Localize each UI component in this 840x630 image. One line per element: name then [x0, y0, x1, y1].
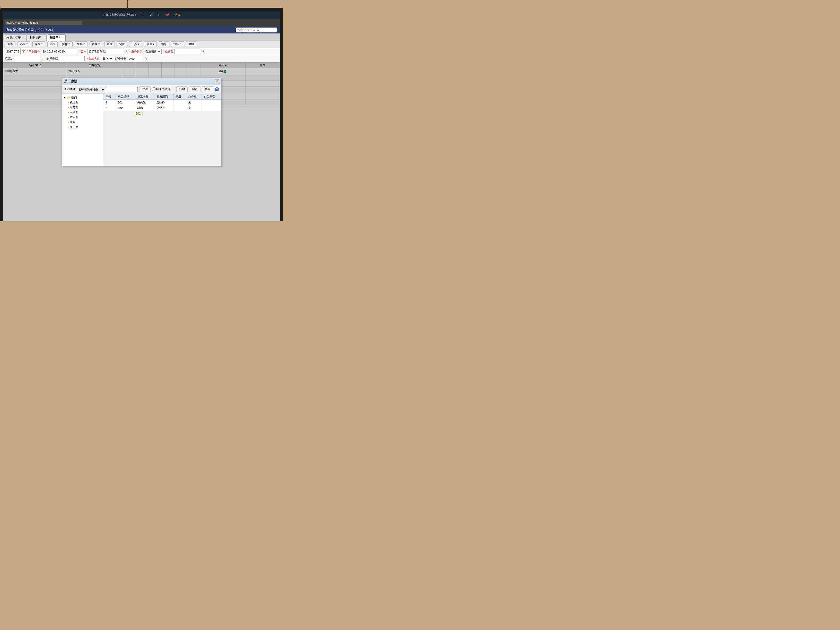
tree-item-general[interactable]: ● 总经办	[68, 100, 101, 105]
tree-root-dept[interactable]: ▼ 📁 部门	[63, 95, 101, 100]
address-bar[interactable]: us/view/portal/portal.html	[5, 21, 82, 25]
col-emp-code: 员工编码	[115, 94, 135, 99]
col-position: 职务	[174, 94, 186, 99]
tree-item-finance[interactable]: ● 财务部	[68, 105, 101, 110]
date-field: 📅	[5, 49, 25, 54]
search-icon[interactable]: 🔍	[256, 28, 260, 32]
cell-code-1: 101	[115, 99, 135, 105]
tab-voucher-close[interactable]: ×	[22, 36, 24, 39]
result-filter-label: 结果中过滤	[152, 87, 171, 91]
help-icon[interactable]: ?	[215, 87, 219, 92]
tree-item-label: 销售部	[70, 115, 78, 119]
screen: 正在控制杨丽远的计算机 ⊞ 🔊 □ 📌 结束 us/view/portal/po…	[3, 11, 280, 221]
bill-no-input[interactable]	[41, 49, 77, 54]
search-box[interactable]: 搜索-产品功能 🔍	[236, 28, 277, 32]
form-row-1: 📅 * 单据编号 * 客户 🔍 * 业务类型 普通销售	[3, 48, 280, 55]
edit-button[interactable]: 编辑	[189, 87, 201, 92]
payment-select[interactable]: 其它	[101, 56, 113, 61]
salesperson-input[interactable]	[174, 49, 200, 54]
btn-new[interactable]: 新增	[5, 41, 16, 47]
result-filter-checkbox[interactable]	[152, 87, 155, 91]
tree-item-label: 仓管	[70, 120, 76, 124]
modal-title-bar: 员工参照 ×	[62, 78, 221, 85]
payment-label: * 收款方式	[87, 57, 100, 61]
screen-icon[interactable]: □	[158, 13, 160, 17]
cell-sales-2: 是	[186, 105, 202, 111]
btn-exit[interactable]: 退出	[186, 41, 196, 47]
btn-locate[interactable]: 定位	[117, 41, 127, 47]
tab-voucher-label: 单据生凭证	[7, 36, 21, 39]
search-placeholder: 搜索-产品功能	[237, 28, 255, 32]
filter-input[interactable]	[107, 87, 138, 92]
cell-dept-1: 总经办	[154, 99, 174, 105]
columns-button[interactable]: 栏目	[202, 87, 213, 92]
app-container: 市闻富经营有限公司 (2017-07-26) 搜索-产品功能 🔍 单据生凭证 ×…	[3, 26, 280, 221]
new-button[interactable]: 新增	[176, 87, 188, 92]
btn-audit[interactable]: 审核	[47, 41, 58, 47]
btn-select[interactable]: 选单 ▼	[17, 41, 30, 47]
modal-toolbar: 查询类别 名称编码规格型号 过滤 结果中过滤 新增	[62, 85, 221, 94]
tree-item-label: 总经办	[70, 101, 78, 104]
btn-convert[interactable]: 转换 ▼	[90, 41, 103, 47]
pin-icon[interactable]: 📌	[166, 13, 169, 17]
btn-message[interactable]: 消息	[159, 41, 169, 47]
filter-button[interactable]: 过滤	[139, 87, 150, 92]
query-type-select[interactable]: 名称编码规格型号	[77, 87, 105, 92]
biz-type-label: * 业务类型	[129, 50, 142, 54]
calendar-icon[interactable]: 📅	[22, 50, 25, 53]
contact-phone-label: 联系电话	[47, 57, 58, 61]
col-dept: 所属部门	[154, 94, 174, 99]
customer-input[interactable]	[87, 49, 123, 54]
col-seq: 序号	[103, 94, 116, 99]
tree-root-label: 部门	[71, 96, 77, 99]
speaker-icon[interactable]: 🔊	[149, 13, 153, 17]
btn-generate[interactable]: 生单 ▼	[75, 41, 87, 47]
tree-item-warehouse[interactable]: ● 仓管	[68, 120, 101, 125]
btn-print[interactable]: 打印 ▼	[171, 41, 184, 47]
tab-sales-mgmt-close[interactable]: ×	[42, 36, 44, 39]
cell-dept-2: 总经办	[154, 105, 174, 111]
salesperson-field: * 业务员 🔍	[163, 49, 205, 54]
btn-query[interactable]: 联查 ▼	[144, 41, 157, 47]
cell-sales-1: 是	[186, 99, 202, 105]
tree-item-label: 加工部	[70, 125, 78, 129]
tree-item-label: 采购部	[70, 111, 78, 114]
tree-item-sales[interactable]: ● 销售部	[68, 115, 101, 120]
contact-input[interactable]	[15, 56, 40, 61]
contact-phone-input[interactable]	[59, 56, 85, 61]
app-header: 市闻富经营有限公司 (2017-07-26) 搜索-产品功能 🔍	[3, 26, 280, 33]
bullet-icon: ●	[68, 121, 69, 123]
salesperson-search-icon[interactable]: 🔍	[201, 50, 205, 53]
tab-sales-order[interactable]: 销货单 * ×	[47, 35, 66, 41]
cell-name-1: 吴燕颜	[135, 99, 154, 105]
end-button[interactable]: 结束	[174, 13, 181, 17]
company-name: 市闻富经营有限公司 (2017-07-26)	[6, 28, 53, 32]
customer-search-icon[interactable]: 🔍	[124, 50, 128, 53]
biz-type-select[interactable]: 普通销售	[144, 49, 162, 54]
browser-chrome: us/view/portal/portal.html	[3, 19, 280, 26]
tooltip-text: 102	[136, 112, 141, 115]
modal-close-button[interactable]: ×	[215, 79, 219, 84]
cash-input[interactable]	[128, 56, 143, 61]
employee-row-1[interactable]: 1 101 吴燕颜 总经办 是	[103, 99, 221, 105]
cash-icon[interactable]: 📋	[144, 57, 147, 60]
employee-grid: 序号 员工编码 员工名称 所属部门 职务 业务员 办公电话	[103, 94, 221, 166]
btn-tools[interactable]: 工具 ▼	[129, 41, 142, 47]
date-input[interactable]	[5, 49, 21, 54]
customer-field: * 客户 🔍	[79, 49, 128, 54]
btn-save[interactable]: 保存 ▼	[32, 41, 45, 47]
btn-operation[interactable]: 操作 ▼	[60, 41, 73, 47]
query-type-label: 查询类别	[64, 87, 76, 91]
employee-row-2[interactable]: 2 102 邓玮 总经办 是	[103, 105, 221, 111]
contact-icon[interactable]: 📋	[41, 57, 44, 60]
department-tree: ▼ 📁 部门 ● 总经办	[62, 94, 103, 166]
tab-sales-mgmt[interactable]: 销售管理 ×	[27, 35, 47, 41]
tab-sales-order-close[interactable]: ×	[61, 36, 63, 39]
tree-item-processing[interactable]: ● 加工部	[68, 125, 101, 129]
cell-pos-2	[174, 105, 186, 111]
tab-voucher[interactable]: 单据生凭证 ×	[4, 35, 27, 41]
btn-find[interactable]: 查找	[104, 41, 115, 47]
grid-icon[interactable]: ⊞	[142, 13, 144, 17]
tree-item-purchase[interactable]: ● 采购部	[68, 110, 101, 115]
col-is-salesperson: 业务员	[186, 94, 202, 99]
